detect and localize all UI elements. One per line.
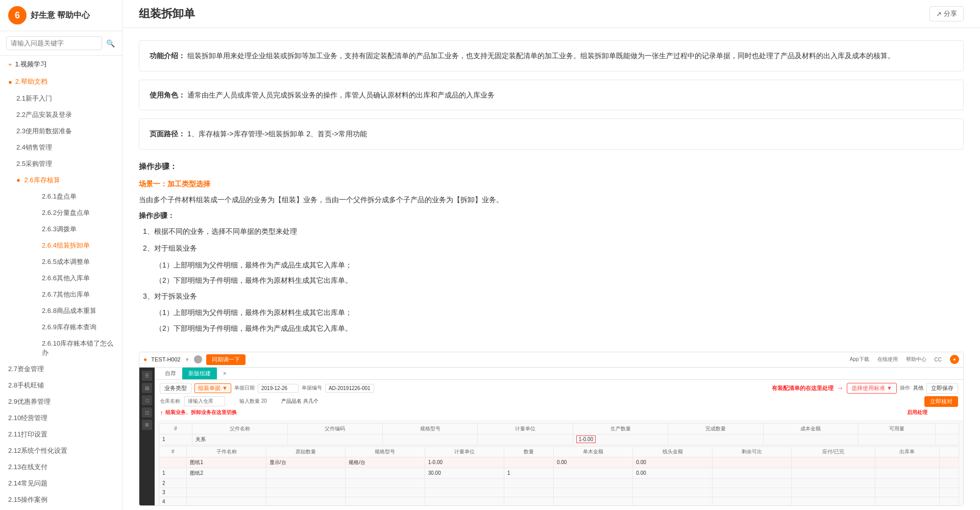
main-area: 组装拆卸单 ↗ 分享 功能介绍： 组装拆卸单用来处理企业组装或拆卸等加工业务，支… <box>122 0 980 510</box>
col-available: 可用量 <box>859 423 936 434</box>
mock-side-icon-5: ⊞ <box>142 420 152 430</box>
search-input[interactable] <box>6 36 102 50</box>
screenshot-main: 自荐 新版组建 × 业务类型 组装单据 ▼ 单据日期 <box>155 368 963 505</box>
sidebar-item-payment[interactable]: 2.13在线支付 <box>0 459 122 475</box>
mock-bom-btn[interactable]: 选择使用标准 ▼ <box>847 383 897 394</box>
sidebar-item-costrecalc[interactable]: 2.6.8商品成本重算 <box>26 303 122 319</box>
mock-warehouse-input[interactable]: 请输入仓库 <box>184 396 225 406</box>
mock-warehouse-row: 仓库名称 请输入仓库 输入数量 20 产品品名 共几个 立即核对 <box>160 396 958 407</box>
mock-sub-table: # 子件名称 原始数量 规格型号 计量单位 数量 单木金额 线头金额 剩余可出 <box>159 446 959 505</box>
mock-side-icon-1: ☰ <box>142 371 152 381</box>
intro-label: 功能介绍： <box>150 52 185 60</box>
page-title: 组装拆卸单 <box>139 6 195 21</box>
scene-desc: 当由多个子件材料组装成一个成品的业务为【组装】业务，当由一个父件拆分成多个子产品… <box>139 193 964 207</box>
sidebar-item-stockledger[interactable]: 2.6.9库存账本查询 <box>26 319 122 335</box>
intro-block: 功能介绍： 组装拆卸单用来处理企业组装或拆卸等加工业务，支持有固定装配清单的产品… <box>139 40 964 71</box>
sidebar-item-partstockcheck[interactable]: 2.6.2分量盘点单 <box>26 205 122 221</box>
sidebar-item-docs[interactable]: ● 2.帮助文档 <box>0 73 122 90</box>
share-icon: ↗ <box>936 10 942 18</box>
mock-parent-table-section: # 父件名称 父件编码 规格型号 计量单位 生产数量 完成数量 成本金额 可用量 <box>155 421 963 505</box>
sidebar-item-install[interactable]: 2.2产品安装及登录 <box>0 107 122 123</box>
mock-topbar: ● TEST-H002 ▼ 同期调一下 App下载 在线使用 帮助中心 CC ● <box>139 352 963 368</box>
sub-table-row: 4 <box>159 497 959 505</box>
search-button[interactable]: 🔍 <box>105 38 116 48</box>
main-header: 组装拆卸单 ↗ 分享 <box>122 0 980 28</box>
sidebar-item-cases[interactable]: 2.15操作案例 <box>0 492 122 508</box>
sidebar-item-otheroutbound[interactable]: 2.6.7其他出库单 <box>26 286 122 303</box>
logo-text: 好生意 帮助中心 <box>31 10 90 21</box>
col-finish-qty: 完成数量 <box>668 423 763 434</box>
mock-side-icon-4: ◫ <box>142 407 152 418</box>
sidebar-item-prep[interactable]: 2.3使用前数据准备 <box>0 123 122 139</box>
table-row: 1 关系 1-0.00 <box>159 434 959 445</box>
mock-tab-bar: 自荐 新版组建 × <box>155 368 963 380</box>
mock-order-input[interactable]: AD-20191226-001 <box>325 384 374 393</box>
path-label: 页面路径： <box>150 130 185 138</box>
mock-date-input[interactable]: 2019-12-26 <box>258 384 299 393</box>
annotation-2: 组装业务、拆卸业务在这里切换 <box>165 409 237 416</box>
collapse-icon: ● <box>8 78 12 86</box>
sidebar-item-otherinbound[interactable]: 2.6.6其他入库单 <box>26 270 122 286</box>
scene-title: 场景一：加工类型选择 <box>139 180 964 189</box>
logo-icon: 6 <box>8 6 27 25</box>
sidebar-item-video[interactable]: + 1.视频学习 <box>0 56 122 73</box>
mock-tab-close[interactable]: × <box>217 368 232 378</box>
sidebar: 6 好生意 帮助中心 🔍 + 1.视频学习 ● 2.帮助文档 2.1新手入门 2… <box>0 0 122 510</box>
step3: 3、对于拆装业务 <box>143 289 964 303</box>
mock-confirm-btn[interactable]: 立即核对 <box>924 396 958 407</box>
sidebar-item-customization[interactable]: 2.12系统个性化设置 <box>0 443 122 459</box>
sidebar-item-print[interactable]: 2.11打印设置 <box>0 426 122 443</box>
col-unit: 计量单位 <box>478 423 573 434</box>
col-index: # <box>159 423 192 434</box>
step3-sub2: （2）下部明细为子件明细，最终作为产成品生成其它入库单。 <box>155 322 964 335</box>
sub-table-row: 1 图纸2 30.00 1 0.00 <box>159 468 959 478</box>
sidebar-item-transfer[interactable]: 2.6.3调拨单 <box>26 221 122 237</box>
sidebar-item-sales[interactable]: 2.4销售管理 <box>0 139 122 156</box>
col-action <box>936 423 959 434</box>
minus-icon: ● <box>16 176 20 184</box>
sidebar-item-coupon[interactable]: 2.9优惠券管理 <box>0 394 122 410</box>
path-text: 1、库存核算->库存管理->组装拆卸单 2、首页->常用功能 <box>187 130 367 138</box>
mock-tab-1[interactable]: 自荐 <box>159 368 182 379</box>
content-area: 功能介绍： 组装拆卸单用来处理企业组装或拆卸等加工业务，支持有固定装配清单的产品… <box>122 28 980 510</box>
sidebar-item-costadj[interactable]: 2.6.5成本调整单 <box>26 254 122 270</box>
mock-biz-type-select[interactable]: 组装单据 ▼ <box>194 383 231 393</box>
sidebar-item-inventory[interactable]: ● 2.6库存核算 <box>0 172 122 188</box>
sidebar-header: 6 好生意 帮助中心 <box>0 0 122 31</box>
mock-save-btn[interactable]: 立即保存 <box>926 383 958 394</box>
sidebar-item-faq[interactable]: 2.14常见问题 <box>0 475 122 492</box>
mock-screenshot: ● TEST-H002 ▼ 同期调一下 App下载 在线使用 帮助中心 CC ●… <box>139 352 963 505</box>
mock-side-icon-3: ◻ <box>142 395 152 405</box>
company-name: TEST-H002 <box>151 356 180 362</box>
sidebar-item-mobile[interactable]: 2.8手机旺铺 <box>0 377 122 394</box>
search-box[interactable]: 🔍 <box>0 31 122 56</box>
col-cost: 成本金额 <box>763 423 858 434</box>
role-text: 通常由生产人员或库管人员完成拆装业务的操作，库管人员确认原材料的出库和产成品的入… <box>187 91 495 99</box>
mock-parent-table: # 父件名称 父件编码 规格型号 计量单位 生产数量 完成数量 成本金额 可用量 <box>159 423 959 445</box>
col-produce-qty: 生产数量 <box>573 423 668 434</box>
screenshot-container: ● TEST-H002 ▼ 同期调一下 App下载 在线使用 帮助中心 CC ●… <box>139 352 964 506</box>
mock-new-btn[interactable]: 业务类型 <box>160 383 191 394</box>
sidebar-item-stockcheck[interactable]: 2.6.1盘点单 <box>26 188 122 205</box>
mock-tab-2[interactable]: 新版组建 <box>182 368 217 379</box>
expand-icon: + <box>8 61 12 68</box>
col-parent-name: 父件名称 <box>192 423 287 434</box>
role-block: 使用角色： 通常由生产人员或库管人员完成拆装业务的操作，库管人员确认原材料的出库… <box>139 80 964 111</box>
step3-sub1: （1）上部明细为父件明细，最终作为原材料生成其它出库单； <box>155 306 964 320</box>
sidebar-item-assembly[interactable]: 2.6.4组装拆卸单 <box>26 237 122 254</box>
mock-sync-btn[interactable]: 同期调一下 <box>206 354 246 365</box>
step2-sub2: （2）下部明细为子件明细，最终作为原材料生成其它出库单。 <box>155 274 964 287</box>
role-label: 使用角色： <box>150 91 185 99</box>
annotation-3: 启用处理 <box>907 409 927 416</box>
mock-form-toolbar: 业务类型 组装单据 ▼ 单据日期 2019-12-26 单据编号 AD-2019… <box>160 383 958 394</box>
sub-table-row: 图纸1 显示/台 规格/台 1-0.00 0.00 0.00 <box>159 457 959 468</box>
sidebar-item-stockledgerwrong[interactable]: 2.6.10库存账本错了怎么办 <box>26 335 122 361</box>
ops-section: 操作步骤： 场景一：加工类型选择 当由多个子件材料组装成一个成品的业务为【组装】… <box>139 158 964 342</box>
sidebar-item-funds[interactable]: 2.7资金管理 <box>0 361 122 377</box>
col-parent-code: 父件编码 <box>287 423 382 434</box>
ops-title: 操作步骤： <box>139 162 964 172</box>
sidebar-item-ops[interactable]: 2.10经营管理 <box>0 410 122 426</box>
sidebar-item-newbie[interactable]: 2.1新手入门 <box>0 90 122 107</box>
share-button[interactable]: ↗ 分享 <box>929 6 964 21</box>
sidebar-item-purchase[interactable]: 2.5采购管理 <box>0 156 122 172</box>
